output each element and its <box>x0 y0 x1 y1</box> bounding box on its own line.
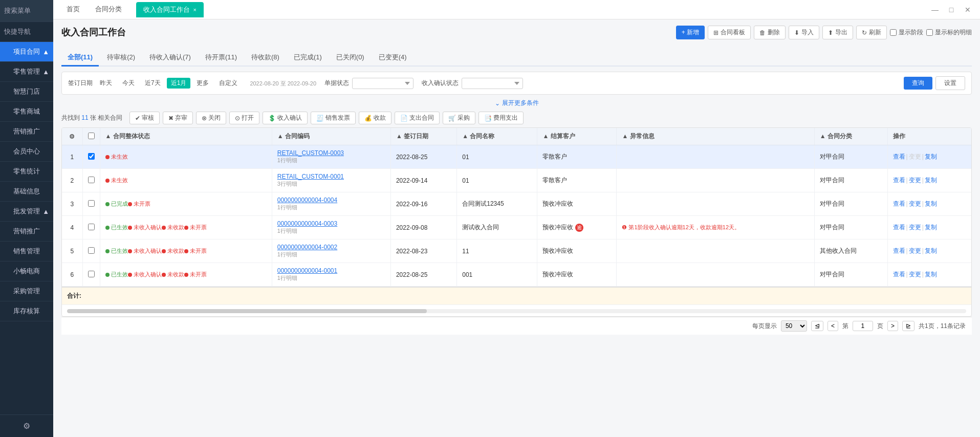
payment-button[interactable]: 💰 收款 <box>359 112 391 124</box>
status-tab-closed[interactable]: 已关闭(0) <box>330 50 371 67</box>
abandon-review-button[interactable]: ✖ 弃审 <box>163 112 193 124</box>
show-stage-checkbox[interactable]: 显示阶段 <box>890 28 923 37</box>
sales-invoice-button[interactable]: 🧾 销售发票 <box>311 112 356 124</box>
sidebar-item-sales-mgr[interactable]: 销售管理 <box>0 242 53 261</box>
date-btn-more[interactable]: 更多 <box>192 78 213 89</box>
contract-code-link[interactable]: 0000000000004-0004 <box>277 196 337 204</box>
contract-code-link[interactable]: 0000000000004-0001 <box>277 267 337 274</box>
contract-code-link[interactable]: RETAIL_CUSTOM-0003 <box>277 149 344 157</box>
date-btn-today[interactable]: 今天 <box>118 78 139 89</box>
out-contract-button[interactable]: 📄 支出合同 <box>395 112 440 124</box>
delete-button[interactable]: 🗑 删除 <box>754 26 786 39</box>
view-button[interactable]: 查看 <box>893 247 905 254</box>
edit-button[interactable]: 变更 <box>909 224 921 231</box>
prev-page-button[interactable]: < <box>827 321 838 331</box>
cell-checkbox[interactable] <box>82 192 100 216</box>
row-checkbox[interactable] <box>88 153 95 160</box>
page-number-input[interactable] <box>853 321 873 331</box>
export-button[interactable]: ⬆ 导出 <box>822 26 853 39</box>
expand-filter-button[interactable]: ⌄ 展开更多条件 <box>495 99 539 107</box>
import-button[interactable]: ⬇ 导入 <box>789 26 819 39</box>
sidebar-item-base-info[interactable]: 基础信息 <box>0 182 53 202</box>
refresh-button[interactable]: ↻ 刷新 <box>856 26 887 39</box>
date-btn-custom[interactable]: 自定义 <box>215 78 242 89</box>
set-button[interactable]: 设置 <box>935 76 965 90</box>
sidebar-item-marketing2[interactable]: 营销推广 <box>0 222 53 242</box>
sidebar-settings[interactable]: ⚙ <box>0 414 53 437</box>
edit-button[interactable]: 变更 <box>909 247 921 254</box>
row-checkbox[interactable] <box>88 271 95 277</box>
view-button[interactable]: 查看 <box>893 153 905 160</box>
view-button[interactable]: 查看 <box>893 177 905 184</box>
sidebar-search[interactable]: 搜索菜单 <box>0 0 53 22</box>
first-page-button[interactable]: ⊴ <box>811 321 823 331</box>
view-button[interactable]: 查看 <box>893 224 905 231</box>
contract-code-link[interactable]: 0000000000004-0002 <box>277 244 337 251</box>
expense-button[interactable]: 📑 费用支出 <box>478 112 524 124</box>
col-settings[interactable]: ⚙ <box>62 128 82 145</box>
tab-home[interactable]: 首页 <box>59 1 87 19</box>
contract-code-link[interactable]: 0000000000004-0003 <box>277 220 337 227</box>
date-btn-yesterday[interactable]: 昨天 <box>96 78 116 89</box>
copy-button[interactable]: 复制 <box>925 200 937 207</box>
select-all-checkbox[interactable] <box>88 133 95 139</box>
edit-button[interactable]: 变更 <box>909 177 921 184</box>
sidebar-item-marketing[interactable]: 营销推广 <box>0 122 53 142</box>
sidebar-item-retail-stat[interactable]: 零售统计 <box>0 162 53 182</box>
copy-button[interactable]: 复制 <box>925 247 937 254</box>
edit-button[interactable]: 变更 <box>909 200 921 207</box>
close-button[interactable]: ✕ <box>962 4 974 16</box>
view-button[interactable]: 查看 <box>893 200 905 207</box>
edit-button[interactable]: 变更 <box>909 271 921 278</box>
tab-income-workbench[interactable]: 收入合同工作台× <box>136 2 203 17</box>
row-checkbox[interactable] <box>88 247 95 254</box>
cell-checkbox[interactable] <box>82 145 100 169</box>
open-contract-button[interactable]: ⊙ 打开 <box>229 112 259 124</box>
cell-checkbox[interactable] <box>82 169 100 192</box>
show-marked-checkbox[interactable]: 显示标的明细 <box>926 28 972 37</box>
cell-checkbox[interactable] <box>82 216 100 239</box>
col-checkbox[interactable] <box>82 128 100 145</box>
sidebar-item-project[interactable]: 项目合同▲ <box>0 42 53 62</box>
copy-button[interactable]: 复制 <box>925 153 937 160</box>
copy-button[interactable]: 复制 <box>925 177 937 184</box>
close-contract-button[interactable]: ⊗ 关闭 <box>196 112 226 124</box>
status-tab-pending-income-confirm[interactable]: 待收入确认(7) <box>143 50 197 67</box>
sidebar-item-wholesale[interactable]: 批发管理▲ <box>0 202 53 222</box>
last-page-button[interactable]: ⊵ <box>902 321 914 331</box>
status-tab-completed[interactable]: 已完成(1) <box>288 50 328 67</box>
sidebar-item-retail-mgr[interactable]: 零售管理▲ <box>0 62 53 82</box>
status-tab-pending-review[interactable]: 待审核(2) <box>101 50 141 67</box>
sidebar-nav[interactable]: 快捷导航 <box>0 22 53 42</box>
tab-contract-type[interactable]: 合同分类× <box>88 1 135 19</box>
tab-close-icon[interactable]: × <box>125 6 128 12</box>
date-btn-last1m[interactable]: 近1月 <box>167 78 191 89</box>
row-checkbox[interactable] <box>88 177 95 183</box>
status-tab-pending-invoice[interactable]: 待开票(11) <box>199 50 243 67</box>
review-button[interactable]: ✔ 审核 <box>129 112 160 124</box>
maximize-button[interactable]: □ <box>945 4 957 16</box>
sidebar-item-ecommerce[interactable]: 小畅电商 <box>0 261 53 281</box>
horizontal-scrollbar[interactable] <box>67 309 966 313</box>
sidebar-item-inventory[interactable]: 库存核算 <box>0 301 53 321</box>
new-button[interactable]: + 新增 <box>676 26 705 39</box>
purchase-button[interactable]: 🛒 采购 <box>443 112 475 124</box>
scrollbar-thumb[interactable] <box>67 309 427 313</box>
per-page-select[interactable]: 50 100 <box>781 320 807 332</box>
cell-checkbox[interactable] <box>82 263 100 287</box>
view-button[interactable]: 查看 <box>893 271 905 278</box>
tab-close-icon[interactable]: × <box>193 7 196 13</box>
cell-checkbox[interactable] <box>82 239 100 263</box>
sidebar-item-member[interactable]: 会员中心 <box>0 142 53 162</box>
copy-button[interactable]: 复制 <box>925 224 937 231</box>
date-btn-last7[interactable]: 近7天 <box>141 78 165 89</box>
status-tab-all[interactable]: 全部(11) <box>61 50 99 67</box>
query-button[interactable]: 查询 <box>904 77 932 90</box>
income-confirm-select[interactable] <box>462 78 523 89</box>
doc-status-select[interactable] <box>352 78 413 89</box>
status-tab-changed[interactable]: 已变更(4) <box>373 50 413 67</box>
contract-code-link[interactable]: RETAIL_CUSTOM-0001 <box>277 173 344 180</box>
status-tab-pending-payment[interactable]: 待收款(8) <box>245 50 286 67</box>
minimize-button[interactable]: — <box>929 4 941 16</box>
sidebar-item-smart-store[interactable]: 智慧门店 <box>0 82 53 102</box>
